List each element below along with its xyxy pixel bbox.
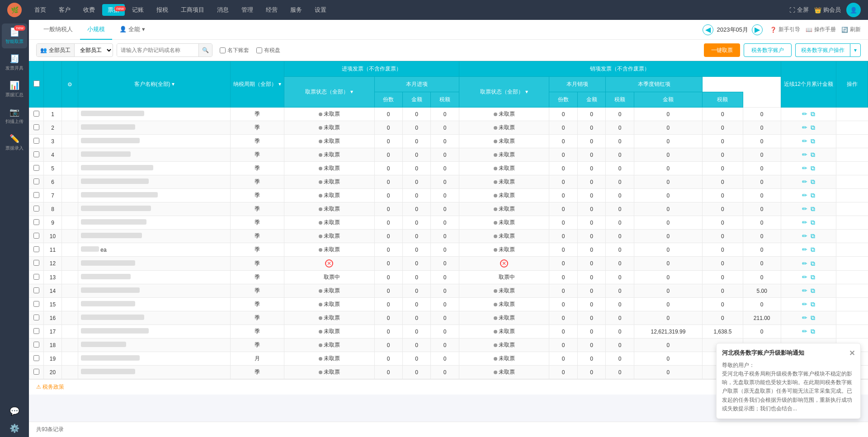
edit-icon[interactable]: ✏ <box>802 273 807 281</box>
row-check-input[interactable] <box>33 219 39 225</box>
digital-account-btn[interactable]: 税务数字账户 <box>744 43 792 57</box>
copy-icon[interactable]: ⧉ <box>811 232 815 240</box>
edit-icon[interactable]: ✏ <box>802 151 807 158</box>
manual-btn[interactable]: 📖 操作手册 <box>806 26 836 33</box>
nav-manage[interactable]: 管理 <box>236 4 259 16</box>
edit-icon[interactable]: ✏ <box>802 219 807 226</box>
refresh-btn[interactable]: 🔄 刷新 <box>841 26 861 33</box>
row-check-input[interactable] <box>33 192 39 198</box>
sidebar-item-settings[interactable]: ⚙️ <box>2 420 27 437</box>
next-month-btn[interactable]: ▶ <box>752 24 763 35</box>
one-click-fetch-btn[interactable]: 一键取票 <box>704 43 740 57</box>
tax-disk-checkbox[interactable] <box>256 47 262 53</box>
tab-general-taxpayer[interactable]: 一般纳税人 <box>36 20 80 40</box>
nav-tax[interactable]: 报税 <box>151 4 174 16</box>
row-check-input[interactable] <box>33 315 39 320</box>
edit-icon[interactable]: ✏ <box>802 328 807 335</box>
subledger-checkbox[interactable] <box>220 47 226 53</box>
copy-icon[interactable]: ⧉ <box>811 192 815 199</box>
row-check-input[interactable] <box>33 179 39 184</box>
nav-settings[interactable]: 设置 <box>309 4 332 16</box>
sales-status-filter[interactable]: ▾ <box>525 89 528 95</box>
row-check-input[interactable] <box>33 138 39 144</box>
copy-icon[interactable]: ⧉ <box>811 137 815 145</box>
copy-icon[interactable]: ⧉ <box>811 273 815 281</box>
row-check-input[interactable] <box>33 233 39 239</box>
copy-icon[interactable]: ⧉ <box>811 287 815 294</box>
edit-icon[interactable]: ✏ <box>802 110 807 117</box>
row-check-input[interactable] <box>33 111 39 117</box>
sidebar-item-scan-upload[interactable]: 📷 扫描上传 <box>2 103 27 128</box>
checkbox-subledger[interactable]: 名下账套 <box>220 47 249 54</box>
checkbox-tax-disk[interactable]: 有税盘 <box>256 47 280 54</box>
row-check-input[interactable] <box>33 328 39 334</box>
copy-icon[interactable]: ⧉ <box>811 260 815 267</box>
nav-operation[interactable]: 经营 <box>260 4 283 16</box>
edit-icon[interactable]: ✏ <box>802 192 807 199</box>
row-check-input[interactable] <box>33 369 39 375</box>
row-check-input[interactable] <box>33 274 39 280</box>
nav-fee[interactable]: 收费 <box>78 4 100 16</box>
copy-icon[interactable]: ⧉ <box>811 246 815 253</box>
period-filter-icon[interactable]: ▾ <box>278 81 281 87</box>
edit-icon[interactable]: ✏ <box>802 301 807 308</box>
new-guide-btn[interactable]: ❓ 新手引导 <box>770 26 800 33</box>
sidebar-item-smart-ticket[interactable]: 📄 智能取票 new <box>2 23 27 48</box>
sidebar-item-invoice-entry[interactable]: ✏️ 票据录入 <box>2 130 27 155</box>
select-all-checkbox[interactable] <box>33 80 40 87</box>
row-check-input[interactable] <box>33 260 39 266</box>
copy-icon[interactable]: ⧉ <box>811 205 815 212</box>
fullscreen-btn[interactable]: ⛶ 全屏 <box>789 6 809 14</box>
edit-icon[interactable]: ✏ <box>802 314 807 321</box>
nav-message[interactable]: 消息 <box>212 4 234 16</box>
row-check-input[interactable] <box>33 246 39 252</box>
nav-bookkeeping[interactable]: 记账 <box>127 4 149 16</box>
nav-service[interactable]: 服务 <box>285 4 307 16</box>
copy-icon[interactable]: ⧉ <box>811 124 815 131</box>
edit-icon[interactable]: ✏ <box>802 246 807 253</box>
digital-ops-main-btn[interactable]: 税务数字账户操作 <box>795 43 850 57</box>
prev-month-btn[interactable]: ◀ <box>703 24 713 35</box>
nav-client[interactable]: 客户 <box>53 4 76 16</box>
digital-ops-arrow-btn[interactable]: ▾ <box>850 43 861 57</box>
copy-icon[interactable]: ⧉ <box>811 110 815 117</box>
row-check-input[interactable] <box>33 301 39 307</box>
edit-icon[interactable]: ✏ <box>802 205 807 212</box>
nav-home[interactable]: 首页 <box>29 4 52 16</box>
row-check-input[interactable] <box>33 206 39 211</box>
copy-icon[interactable]: ⧉ <box>811 151 815 158</box>
edit-icon[interactable]: ✏ <box>802 124 807 131</box>
employee-dropdown[interactable]: 全部员工 <box>75 44 113 56</box>
setting-gear-icon[interactable]: ⚙ <box>67 81 72 88</box>
edit-icon[interactable]: ✏ <box>802 260 807 267</box>
copy-icon[interactable]: ⧉ <box>811 301 815 308</box>
row-check-input[interactable] <box>33 151 39 157</box>
copy-icon[interactable]: ⧉ <box>811 178 815 185</box>
sidebar-item-invoice-issue[interactable]: 🧾 发票开具 <box>2 50 27 75</box>
copy-icon[interactable]: ⧉ <box>811 314 815 321</box>
edit-icon[interactable]: ✏ <box>802 232 807 240</box>
search-button[interactable]: 🔍 <box>198 43 212 57</box>
edit-icon[interactable]: ✏ <box>802 287 807 294</box>
sidebar-item-message[interactable]: 💬 <box>2 403 27 420</box>
edit-icon[interactable]: ✏ <box>802 178 807 185</box>
copy-icon[interactable]: ⧉ <box>811 219 815 226</box>
notification-close-btn[interactable]: ✕ <box>849 349 855 357</box>
income-status-filter[interactable]: ▾ <box>350 89 353 95</box>
employee-select[interactable]: 👥 全部员工 全部员工 <box>36 43 113 57</box>
nav-business[interactable]: 工商项目 <box>175 4 210 16</box>
copy-icon[interactable]: ⧉ <box>811 328 815 335</box>
tab-all[interactable]: 👤 全能 ▾ <box>112 20 152 40</box>
buy-member-btn[interactable]: 👑 购会员 <box>814 6 841 14</box>
row-check-input[interactable] <box>33 124 39 130</box>
user-avatar[interactable]: 👤 <box>846 3 861 17</box>
edit-icon[interactable]: ✏ <box>802 164 807 172</box>
row-check-input[interactable] <box>33 342 39 348</box>
search-input[interactable] <box>117 44 198 56</box>
tab-small-scale[interactable]: 小规模 <box>80 20 112 40</box>
row-check-input[interactable] <box>33 287 39 293</box>
edit-icon[interactable]: ✏ <box>802 137 807 145</box>
row-check-input[interactable] <box>33 355 39 361</box>
name-filter-icon[interactable]: ▾ <box>172 81 175 87</box>
sidebar-item-invoice-summary[interactable]: 📊 票据汇总 <box>2 77 27 102</box>
